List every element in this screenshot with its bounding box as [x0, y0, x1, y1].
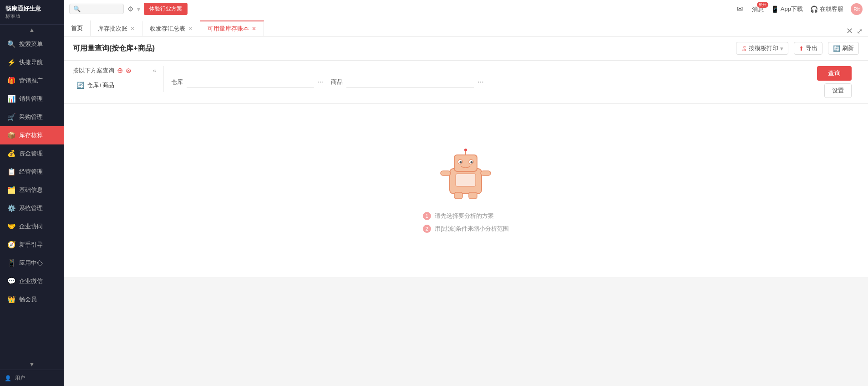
svg-point-5: [471, 161, 473, 164]
gift-icon: 🎁: [7, 77, 15, 85]
top-header: 🔍 ⚙ ▾ 体验行业方案 ✉ 99+ 消息 📱 App下载 🎧 在线客服: [64, 0, 868, 18]
page-content: 可用量查询(按仓库+商品) 🖨 按模板打印 ▾ ⬆ 导出 🔄 刷新: [64, 36, 868, 386]
sidebar-item-operations[interactable]: 📋 经营管理: [0, 163, 64, 181]
content-area: 1 请先选择要分析的方案 2 用[过滤]条件来缩小分析范围: [64, 104, 868, 277]
mobile-icon: 📱: [7, 259, 15, 267]
sidebar-item-finance[interactable]: 💰 资金管理: [0, 144, 64, 163]
sidebar-scroll-down[interactable]: ▼: [0, 359, 64, 370]
sidebar-item-basic[interactable]: 🗂️ 基础信息: [0, 181, 64, 199]
sidebar-item-label: 快捷导航: [19, 58, 43, 67]
sidebar-item-label: 采购管理: [19, 113, 43, 121]
settings-btn[interactable]: 设置: [824, 83, 852, 98]
main-area: 🔍 ⚙ ▾ 体验行业方案 ✉ 99+ 消息 📱 App下载 🎧 在线客服: [64, 0, 868, 386]
empty-state: 1 请先选择要分析的方案 2 用[过滤]条件来缩小分析范围: [423, 112, 509, 269]
sidebar: 畅康通好生意 标准版 ▲ 🔍 搜索菜单 ⚡ 快捷导航 🎁 营销推广 📊 销售管理…: [0, 0, 64, 386]
sidebar-item-label: 资金管理: [19, 149, 43, 158]
scheme-header: 按以下方案查询 ⊕ ⊗ «: [73, 66, 156, 75]
product-input[interactable]: [346, 77, 474, 87]
user-name: 用户: [15, 375, 25, 381]
tabs-bar: 首页 库存批次账 ✕ 收发存汇总表 ✕ 可用量库存账本 ✕ ✕ ⤢: [64, 18, 868, 36]
filter-row-1: 仓库 ··· 商品 ··· 查询 设置: [171, 66, 852, 98]
money-icon: 💰: [7, 149, 15, 158]
sidebar-item-label: 企业微信: [19, 277, 43, 285]
refresh-btn[interactable]: 🔄 刷新: [828, 42, 859, 55]
chart-icon: 📊: [7, 95, 15, 103]
folder-icon: 🗂️: [7, 186, 15, 194]
sidebar-item-member[interactable]: 👑 畅会员: [0, 290, 64, 309]
message-icon: ✉: [737, 5, 743, 13]
tab-receive-summary-close[interactable]: ✕: [188, 26, 193, 32]
add-scheme-icon[interactable]: ⊕: [117, 66, 123, 75]
tab-home[interactable]: 首页: [64, 21, 91, 36]
header-dropdown-icon[interactable]: ▾: [137, 5, 140, 13]
tip-num-2: 2: [423, 225, 431, 233]
svg-point-4: [460, 161, 462, 164]
close-tab-icon[interactable]: ✕: [846, 26, 853, 36]
gear-icon: ⚙️: [7, 204, 15, 212]
header-search-box[interactable]: 🔍: [69, 4, 124, 14]
tab-home-label: 首页: [71, 24, 83, 32]
user-icon: 👤: [5, 375, 11, 381]
query-btn[interactable]: 查询: [817, 66, 852, 81]
tab-available-ledger-close[interactable]: ✕: [252, 26, 256, 32]
headset-icon: 🎧: [810, 5, 818, 13]
search-icon: 🔍: [73, 5, 81, 12]
sidebar-item-enterprise[interactable]: 🤝 企业协同: [0, 217, 64, 236]
user-avatar[interactable]: Rit: [851, 3, 863, 15]
header-gear-icon[interactable]: ⚙: [127, 5, 133, 13]
industry-btn[interactable]: 体验行业方案: [144, 3, 188, 15]
sidebar-item-sales[interactable]: 📊 销售管理: [0, 90, 64, 108]
collapse-icon[interactable]: «: [153, 67, 156, 74]
phone-icon: 📱: [771, 5, 779, 13]
sidebar-item-wechat[interactable]: 💬 企业微信: [0, 272, 64, 290]
tip-text-1: 请先选择要分析的方案: [435, 212, 494, 220]
sidebar-item-label: 经营管理: [19, 168, 43, 176]
sidebar-item-guide[interactable]: 🧭 新手引导: [0, 236, 64, 254]
scheme-item-warehouse-product[interactable]: 🔄 仓库+商品: [73, 78, 156, 92]
tab-batch-ledger-label: 库存批次账: [98, 25, 127, 33]
refresh-icon: 🔄: [833, 45, 840, 52]
service-btn[interactable]: 🎧 在线客服: [810, 5, 843, 13]
crown-icon: 👑: [7, 295, 15, 304]
print-btn[interactable]: 🖨 按模板打印 ▾: [736, 42, 788, 55]
export-btn[interactable]: ⬆ 导出: [794, 42, 822, 55]
sidebar-item-label: 基础信息: [19, 186, 43, 194]
scheme-item-label: 仓库+商品: [87, 81, 114, 89]
header-search-input[interactable]: [82, 6, 119, 12]
svg-rect-12: [456, 174, 476, 186]
sidebar-item-label: 新手引导: [19, 241, 43, 249]
empty-illustration: [438, 148, 493, 203]
maximize-icon[interactable]: ⤢: [857, 27, 863, 36]
sidebar-item-purchase[interactable]: 🛒 采购管理: [0, 108, 64, 126]
sidebar-item-marketing[interactable]: 🎁 营销推广: [0, 72, 64, 90]
print-dropdown-icon[interactable]: ▾: [780, 45, 783, 52]
tab-receive-summary[interactable]: 收发存汇总表 ✕: [142, 21, 200, 36]
tab-batch-ledger-close[interactable]: ✕: [130, 26, 135, 32]
warehouse-ellipsis[interactable]: ···: [318, 78, 324, 86]
warehouse-input[interactable]: [187, 77, 314, 87]
sidebar-item-system[interactable]: ⚙️ 系统管理: [0, 199, 64, 217]
compass-icon: 🧭: [7, 241, 15, 249]
app-download-btn[interactable]: 📱 App下载: [771, 5, 803, 13]
print-label: 按模板打印: [749, 44, 778, 52]
sidebar-item-label: 企业协同: [19, 222, 43, 231]
sidebar-item-label: 应用中心: [19, 259, 43, 267]
sidebar-item-search[interactable]: 🔍 搜索菜单: [0, 35, 64, 53]
sidebar-item-appcenter[interactable]: 📱 应用中心: [0, 254, 64, 272]
tab-batch-ledger[interactable]: 库存批次账 ✕: [91, 21, 142, 36]
scheme-header-label: 按以下方案查询: [73, 67, 114, 75]
empty-tip-1: 1 请先选择要分析的方案: [423, 212, 509, 220]
sidebar-item-shortcut[interactable]: ⚡ 快捷导航: [0, 53, 64, 72]
refresh-label: 刷新: [842, 44, 854, 52]
svg-rect-9: [469, 192, 477, 199]
sidebar-item-label: 销售管理: [19, 95, 43, 103]
sidebar-scroll-up[interactable]: ▲: [0, 25, 64, 35]
product-label: 商品: [331, 78, 343, 86]
sidebar-item-inventory[interactable]: 📦 库存核算: [0, 126, 64, 144]
tab-available-ledger[interactable]: 可用量库存账本 ✕: [200, 21, 264, 36]
tip-text-2: 用[过滤]条件来缩小分析范围: [435, 225, 509, 233]
export-label: 导出: [806, 44, 817, 52]
product-ellipsis[interactable]: ···: [477, 78, 483, 86]
message-btn[interactable]: ✉ 99+ 消息: [737, 5, 764, 14]
manage-scheme-icon[interactable]: ⊗: [126, 67, 132, 75]
